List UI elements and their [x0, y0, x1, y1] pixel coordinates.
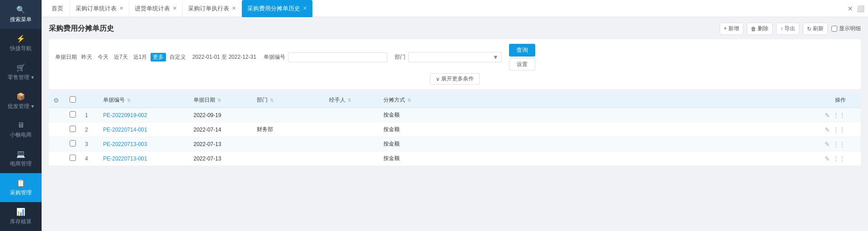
- col-docno-header: 单据编号 ⇅: [99, 93, 189, 108]
- export-button[interactable]: ↑ 导出: [776, 23, 799, 35]
- delete-button[interactable]: 🗑 删除: [747, 23, 773, 35]
- doc-link-1[interactable]: PE-20220714-001: [103, 127, 147, 133]
- col-num-header: [80, 93, 99, 108]
- tab-purchase-order-stats[interactable]: 采购订单统计表 ✕: [70, 0, 129, 17]
- row-action-1: ✎ ⋮⋮: [820, 123, 861, 137]
- sidebar-item-搜索菜单[interactable]: 🔍搜索菜单: [0, 0, 42, 29]
- docno-input[interactable]: [288, 52, 387, 62]
- table-header-row: ⚙ 单据编号 ⇅ 单据日期 ⇅: [49, 93, 861, 108]
- table-row: 4 PE-20220713-001 2022-07-13 按金额 ✎ ⋮⋮: [49, 151, 861, 166]
- close-tab-3[interactable]: ✕: [232, 5, 236, 11]
- expand-button[interactable]: ∨ 展开更多条件: [430, 73, 480, 85]
- row-dept-2: [252, 137, 325, 151]
- dept-dropdown-icon[interactable]: ▼: [490, 52, 501, 62]
- table-wrap: ⚙ 单据编号 ⇅ 单据日期 ⇅: [49, 93, 861, 166]
- row-docno-0: PE-20220919-002: [99, 108, 189, 123]
- shortcut-7days[interactable]: 近7天: [112, 53, 130, 61]
- row-docno-1: PE-20220714-001: [99, 123, 189, 137]
- row-check-0: [65, 108, 80, 123]
- toolbar: + 新增 🗑 删除 ↑ 导出 ↻ 刷新 显示明细: [720, 23, 861, 35]
- table-row: 3 PE-20220713-003 2022-07-13 按金额 ✎ ⋮⋮: [49, 137, 861, 151]
- col-check-header: [65, 93, 80, 108]
- sidebar-item-采购管理[interactable]: 📋采购管理: [0, 173, 42, 202]
- row-more-icon-0[interactable]: ⋮⋮: [833, 112, 845, 119]
- docno-filter: 单据编号: [264, 52, 387, 62]
- refresh-button[interactable]: ↻ 刷新: [803, 23, 828, 35]
- sidebar-item-批发管理[interactable]: 📦批发管理 ▾: [0, 87, 42, 116]
- main-content: 首页 采购订单统计表 ✕ 进货单统计表 ✕ 采购订单执行表 ✕ 采购费用分摊单历…: [42, 0, 868, 231]
- add-button[interactable]: + 新增: [720, 23, 743, 35]
- maximize-window-icon[interactable]: ⬜: [857, 5, 864, 12]
- row-more-icon-3[interactable]: ⋮⋮: [833, 155, 845, 162]
- dept-input[interactable]: [409, 53, 490, 62]
- shortcut-custom[interactable]: 自定义: [168, 53, 188, 61]
- sidebar-icon: 💻: [2, 150, 40, 158]
- row-check-1: [65, 123, 80, 137]
- sidebar: 🔍搜索菜单⚡快捷导航🛒零售管理 ▾📦批发管理 ▾🖥小畅电商💻电商管理📋采购管理📊…: [0, 0, 42, 231]
- tab-inbound-stats[interactable]: 进货单统计表 ✕: [129, 0, 183, 17]
- row-handler-3: [325, 151, 379, 166]
- row-edit-icon-0[interactable]: ✎: [825, 112, 830, 119]
- col-split-header: 分摊方式 ⇅: [379, 93, 820, 108]
- dept-sort-icon[interactable]: ⇅: [270, 98, 274, 103]
- tab-purchase-order-exec[interactable]: 采购订单执行表 ✕: [183, 0, 242, 17]
- col-date-header: 单据日期 ⇅: [189, 93, 252, 108]
- shortcut-1month[interactable]: 近1月: [132, 53, 149, 61]
- show-columns-checkbox[interactable]: [831, 26, 837, 32]
- row-num-0: 1: [80, 108, 99, 123]
- row-date-1: 2022-07-14: [189, 123, 252, 137]
- sidebar-item-小畅电商[interactable]: 🖥小畅电商: [0, 116, 42, 144]
- row-num-1: 2: [80, 123, 99, 137]
- sidebar-item-零售管理[interactable]: 🛒零售管理 ▾: [0, 58, 42, 87]
- row-setting-1: [49, 123, 65, 137]
- sidebar-item-库存核算[interactable]: 📊库存核算: [0, 202, 42, 231]
- close-window-icon[interactable]: ✕: [848, 5, 853, 12]
- doc-link-3[interactable]: PE-20220713-001: [103, 156, 147, 162]
- row-checkbox-1[interactable]: [70, 126, 76, 132]
- close-tab-1[interactable]: ✕: [119, 5, 123, 11]
- settings-button[interactable]: 设置: [509, 58, 535, 71]
- row-checkbox-3[interactable]: [70, 155, 76, 161]
- row-split-3: 按金额: [379, 151, 820, 166]
- col-handler-header: 经手人 ⇅: [325, 93, 379, 108]
- row-edit-icon-3[interactable]: ✎: [825, 155, 830, 162]
- tab-bar: 首页 采购订单统计表 ✕ 进货单统计表 ✕ 采购订单执行表 ✕ 采购费用分摊单历…: [42, 0, 868, 17]
- tab-home[interactable]: 首页: [45, 0, 70, 17]
- row-edit-icon-1[interactable]: ✎: [825, 126, 830, 133]
- row-checkbox-0[interactable]: [70, 111, 76, 118]
- shortcut-today[interactable]: 今天: [96, 53, 110, 61]
- close-tab-2[interactable]: ✕: [173, 5, 177, 11]
- date-sort-icon[interactable]: ⇅: [217, 98, 221, 103]
- sidebar-icon: ⚡: [2, 34, 40, 43]
- doc-link-2[interactable]: PE-20220713-003: [103, 141, 147, 147]
- doc-link-0[interactable]: PE-20220919-002: [103, 112, 147, 118]
- sidebar-icon: 📦: [2, 92, 40, 101]
- row-action-0: ✎ ⋮⋮: [820, 108, 861, 123]
- expand-icon: ∨: [436, 76, 440, 82]
- page-title: 采购费用分摊单历史: [49, 24, 114, 33]
- shortcut-more[interactable]: 更多: [151, 53, 166, 61]
- show-columns-label[interactable]: 显示明细: [831, 25, 861, 33]
- export-icon: ↑: [780, 26, 783, 32]
- row-checkbox-2[interactable]: [70, 140, 76, 146]
- row-more-icon-2[interactable]: ⋮⋮: [833, 141, 845, 148]
- sidebar-item-电商管理[interactable]: 💻电商管理: [0, 144, 42, 173]
- split-sort-icon[interactable]: ⇅: [407, 98, 411, 103]
- close-tab-4[interactable]: ✕: [303, 5, 307, 11]
- shortcut-yesterday[interactable]: 昨天: [80, 53, 94, 61]
- row-edit-icon-2[interactable]: ✎: [825, 141, 830, 148]
- row-split-2: 按金额: [379, 137, 820, 151]
- date-filter: 单据日期 昨天 今天 近7天 近1月 更多 自定义 2022-01-01 至 2…: [55, 53, 256, 61]
- table-body: 1 PE-20220919-002 2022-09-19 按金额 ✎ ⋮⋮ 2 …: [49, 108, 861, 166]
- docno-sort-icon[interactable]: ⇅: [127, 98, 131, 103]
- tab-purchase-cost-history[interactable]: 采购费用分摊单历史 ✕: [242, 0, 313, 17]
- query-button[interactable]: 查询: [509, 44, 535, 57]
- row-date-2: 2022-07-13: [189, 137, 252, 151]
- select-all-checkbox[interactable]: [70, 96, 76, 103]
- row-split-1: 按金额: [379, 123, 820, 137]
- page-content: 采购费用分摊单历史 + 新增 🗑 删除 ↑ 导出 ↻ 刷新 显示明细: [42, 17, 868, 231]
- column-settings-icon[interactable]: ⚙: [53, 97, 59, 104]
- handler-sort-icon[interactable]: ⇅: [348, 98, 351, 103]
- sidebar-item-快捷导航[interactable]: ⚡快捷导航: [0, 29, 42, 58]
- row-more-icon-1[interactable]: ⋮⋮: [833, 126, 845, 133]
